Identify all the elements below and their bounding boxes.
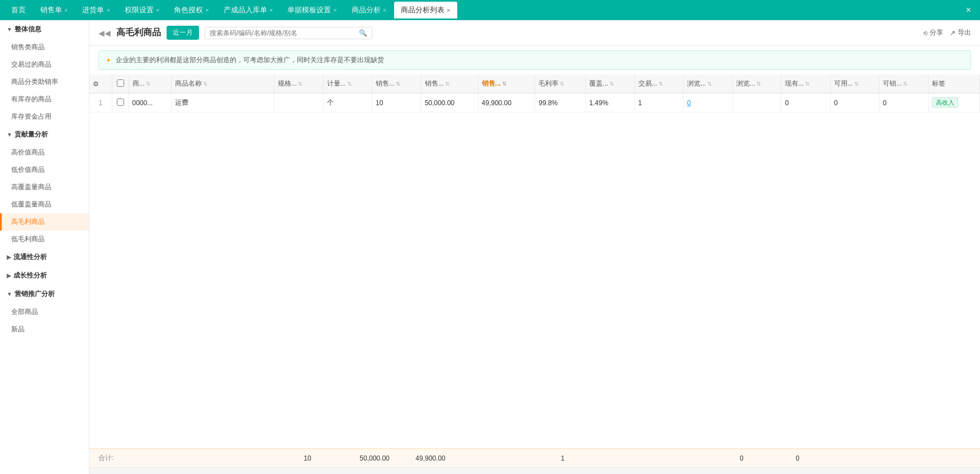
row-name: 运费 [171,93,274,112]
row-sale-amount: 50,000.00 [421,93,478,112]
sidebar-item-high-value[interactable]: 高价值商品 [0,144,89,161]
sidebar-group-liquidity[interactable]: ▶ 流通性分析 [0,248,89,266]
page-title: 高毛利商品 [116,27,161,39]
sidebar-item-high-margin[interactable]: 高毛利商品 [0,213,89,231]
close-icon[interactable]: × [333,7,337,13]
select-all-checkbox[interactable] [117,79,124,87]
row-select-checkbox[interactable] [117,98,124,106]
share-icon: ⎋ [924,29,927,37]
table-footer: 合计: 10 50,000.00 49,900.00 1 0 0 [89,448,980,467]
close-icon[interactable]: × [447,7,450,13]
footer-sale-qty: 10 [304,454,348,462]
col-unit: 计量...⇅ [323,74,372,93]
close-icon[interactable]: × [383,7,386,13]
collapse-arrow-icon: ▶ [7,273,11,279]
window-close-button[interactable]: × [962,5,976,15]
footer-saleable: 0 [796,454,840,462]
sidebar-group-marketing-items: 全部商品 新品 [0,303,89,338]
sidebar-item-low-value[interactable]: 低价值商品 [0,161,89,179]
sidebar-group-contribution[interactable]: ▼ 贡献量分析 [0,125,89,144]
sidebar-group-growth[interactable]: ▶ 成长性分析 [0,266,89,285]
close-icon[interactable]: × [64,7,68,13]
nav-tab-home[interactable]: 首页 [4,2,32,18]
sidebar-group-overall[interactable]: ▼ 整体信息 [0,20,89,39]
tag-badge: 高收入 [932,97,958,107]
row-code: 0000... [129,93,171,112]
col-spec: 规格...⇅ [274,74,324,93]
content-header: ◀◀ 高毛利商品 近一月 🔍 ⎋ 分享 ↗ 导出 [89,20,980,46]
export-button[interactable]: ↗ 导出 [950,28,971,37]
header-actions: ⎋ 分享 ↗ 导出 [924,28,971,37]
col-sale-amount: 销售...⇅ [421,74,478,93]
content-area: ◀◀ 高毛利商品 近一月 🔍 ⎋ 分享 ↗ 导出 ✦ 企业的主要的利润都是这 [89,20,980,474]
nav-tab-purchase[interactable]: 进货单 × [75,2,116,18]
sidebar-group-contribution-items: 高价值商品 低价值商品 高覆盖量商品 低覆盖量商品 高毛利商品 低毛利商品 [0,144,89,248]
col-sale-profit[interactable]: 销售...⇅ [478,74,535,93]
row-saleable: 0 [879,93,929,112]
close-icon[interactable]: × [269,7,273,13]
info-banner-text: 企业的主要的利润都是这部分商品创造的，可考虑加大推广，同时关注库存是不要出现缺货 [116,55,384,65]
row-current-stock: 0 [782,93,831,112]
row-sale-qty: 10 [372,93,422,112]
horizontal-scrollbar[interactable] [89,467,980,474]
sidebar-item-capital[interactable]: 库存资金占用 [0,108,89,125]
search-input[interactable] [210,29,359,37]
collapse-arrow-icon: ▼ [7,26,12,32]
sidebar-item-low-coverage[interactable]: 低覆盖量商品 [0,196,89,213]
nav-tab-analysis-list[interactable]: 商品分析列表 × [394,2,457,18]
nav-tab-analysis[interactable]: 商品分析 × [345,2,393,18]
row-sale-profit: 49,900.00 [478,93,535,112]
col-saleable: 可销...⇅ [879,74,929,93]
row-spec [274,93,324,112]
col-coverage: 覆盖...⇅ [586,74,635,93]
main-layout: ▼ 整体信息 销售类商品 交易过的商品 商品分类助销率 有库存的商品 库存资金占… [0,20,980,474]
footer-available: 0 [740,454,784,462]
sidebar-collapse-button[interactable]: ◀◀ [98,29,111,37]
sidebar-item-in-stock[interactable]: 有库存的商品 [0,91,89,108]
settings-col-header: ⚙ [89,74,112,93]
info-icon: ✦ [106,57,111,64]
row-unit: 个 [323,93,372,112]
close-icon[interactable]: × [156,7,159,13]
info-banner: ✦ 企业的主要的利润都是这部分商品创造的，可考虑加大推广，同时关注库存是不要出现… [98,50,971,70]
row-view2 [732,93,782,112]
close-icon[interactable]: × [106,7,110,13]
nav-tab-production[interactable]: 产成品入库单 × [217,2,280,18]
sidebar-item-new-goods[interactable]: 新品 [0,321,89,338]
filter-recent-month-button[interactable]: 近一月 [167,26,199,40]
sidebar-item-low-margin[interactable]: 低毛利商品 [0,231,89,248]
sidebar-group-marketing[interactable]: ▼ 营销推广分析 [0,285,89,303]
checkbox-col-header [112,74,129,93]
collapse-arrow-icon: ▶ [7,254,11,260]
sidebar-item-high-coverage[interactable]: 高覆盖量商品 [0,179,89,196]
nav-tab-permissions[interactable]: 权限设置 × [118,2,166,18]
close-icon[interactable]: × [205,7,209,13]
export-icon: ↗ [950,29,955,37]
collapse-arrow-icon: ▼ [7,291,12,297]
nav-tab-template[interactable]: 单据模板设置 × [281,2,343,18]
nav-tab-roles[interactable]: 角色授权 × [167,2,215,18]
sidebar-item-all-goods[interactable]: 全部商品 [0,303,89,321]
sidebar-item-category-rate[interactable]: 商品分类助销率 [0,73,89,91]
row-checkbox [112,93,129,112]
sidebar: ▼ 整体信息 销售类商品 交易过的商品 商品分类助销率 有库存的商品 库存资金占… [0,20,89,474]
col-view1: 浏览...⇅ [684,74,733,93]
search-icon[interactable]: 🔍 [359,29,367,37]
sidebar-item-traded-goods[interactable]: 交易过的商品 [0,56,89,73]
sidebar-item-sales-goods[interactable]: 销售类商品 [0,39,89,56]
view1-link[interactable]: 0 [687,99,691,107]
collapse-arrow-icon: ▼ [7,132,12,138]
settings-icon[interactable]: ⚙ [93,80,99,88]
footer-trade: 1 [561,454,605,462]
row-num: 1 [89,93,112,112]
col-name: 商品名称⇅ [171,74,274,93]
col-margin: 毛利率⇅ [535,74,586,93]
share-button[interactable]: ⎋ 分享 [924,28,943,37]
footer-label: 合计: [98,453,113,463]
top-navigation: 首页 销售单 × 进货单 × 权限设置 × 角色授权 × 产成品入库单 × 单据… [0,0,980,20]
table-row: 1 0000... 运费 个 10 50,000.00 49,900.00 99… [89,93,980,112]
row-tag: 高收入 [928,93,979,112]
row-trade: 1 [635,93,684,112]
row-margin-rate: 99.8% [535,93,586,112]
nav-tab-sales[interactable]: 销售单 × [34,2,74,18]
